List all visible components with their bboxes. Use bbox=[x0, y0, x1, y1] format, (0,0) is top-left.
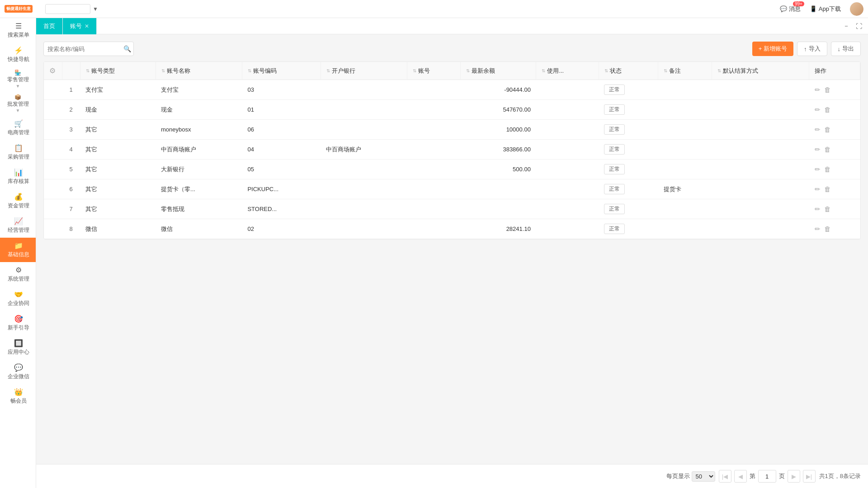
ecommerce-mgmt-icon: 🛒 bbox=[14, 119, 23, 128]
tab-maximize-button[interactable]: ⛶ bbox=[854, 21, 864, 32]
th-default-settlement[interactable]: ⇅ 默认结算方式 bbox=[712, 62, 809, 80]
settings-gear-icon[interactable]: ⚙ bbox=[49, 67, 56, 75]
page-suffix: 页 bbox=[779, 472, 785, 480]
export-button[interactable]: ↓ 导出 bbox=[831, 42, 861, 56]
cell-settings-3 bbox=[44, 140, 62, 160]
delete-icon-4[interactable]: 🗑 bbox=[824, 165, 831, 174]
sidebar-item-label-purchase-mgmt: 采购管理 bbox=[8, 153, 29, 161]
sidebar-item-retail-mgmt[interactable]: 🏪 零售管理 ▼ bbox=[0, 67, 36, 91]
edit-icon-7[interactable]: ✏ bbox=[815, 225, 821, 233]
tab-home[interactable]: 首页 bbox=[36, 18, 63, 34]
cell-account-code-2: 06 bbox=[242, 120, 321, 140]
cell-account-number-1 bbox=[407, 100, 461, 120]
cell-status-3: 正常 bbox=[599, 140, 658, 160]
add-account-button[interactable]: + 新增账号 bbox=[752, 42, 793, 56]
sidebar-item-search-order[interactable]: ☰ 搜索菜单 bbox=[0, 18, 36, 42]
top-search-dropdown[interactable]: ▼ bbox=[93, 6, 98, 12]
th-account-type[interactable]: ⇅ 账号类型 bbox=[80, 62, 156, 80]
sidebar-item-label-new-guide: 新手引导 bbox=[8, 324, 29, 332]
sidebar-item-new-guide[interactable]: 🎯 新手引导 bbox=[0, 311, 36, 335]
table-row: 1 支付宝 支付宝 03 -90444.00 正常 ✏ 🗑 bbox=[44, 80, 860, 100]
basic-info-icon: 📁 bbox=[14, 241, 23, 250]
delete-icon-2[interactable]: 🗑 bbox=[824, 126, 831, 134]
tab-minimize-button[interactable]: － bbox=[841, 21, 852, 32]
cell-account-number-6 bbox=[407, 199, 461, 219]
sidebar-item-quick-nav[interactable]: ⚡ 快捷导航 bbox=[0, 42, 36, 67]
tab-accounts-close[interactable]: ✕ bbox=[85, 23, 89, 29]
edit-icon-0[interactable]: ✏ bbox=[815, 86, 821, 94]
top-search-input[interactable] bbox=[45, 4, 90, 14]
cell-remark-5: 提货卡 bbox=[658, 179, 712, 199]
sidebar-item-label-fund-mgmt: 资金管理 bbox=[8, 202, 29, 210]
edit-icon-2[interactable]: ✏ bbox=[815, 126, 821, 134]
cell-account-number-7 bbox=[407, 219, 461, 239]
sidebar-item-enterprise-agreement[interactable]: 🤝 企业协同 bbox=[0, 286, 36, 311]
sidebar-item-enterprise-wechat[interactable]: 💬 企业微信 bbox=[0, 360, 36, 384]
edit-icon-1[interactable]: ✏ bbox=[815, 106, 821, 114]
cell-settings-1 bbox=[44, 100, 62, 120]
tab-accounts[interactable]: 账号 ✕ bbox=[63, 18, 97, 34]
sidebar-item-wholesale-mgmt[interactable]: 📦 批发管理 ▼ bbox=[0, 91, 36, 116]
sidebar-item-label-wholesale-mgmt: 批发管理 bbox=[7, 100, 29, 108]
sidebar-item-operations-mgmt[interactable]: 📈 经营管理 bbox=[0, 213, 36, 238]
enterprise-agreement-icon: 🤝 bbox=[14, 290, 23, 299]
next-page-button[interactable]: ▶ bbox=[788, 470, 800, 483]
edit-icon-6[interactable]: ✏ bbox=[815, 205, 821, 213]
app-download-icon: 📱 bbox=[810, 5, 817, 12]
delete-icon-3[interactable]: 🗑 bbox=[824, 145, 831, 154]
tab-bar-actions: － ⛶ bbox=[841, 21, 868, 32]
cell-bank-1 bbox=[321, 100, 407, 120]
sidebar-item-fund-mgmt[interactable]: 💰 资金管理 bbox=[0, 189, 36, 213]
delete-icon-6[interactable]: 🗑 bbox=[824, 205, 831, 213]
sidebar-item-vip-member[interactable]: 👑 畅会员 bbox=[0, 384, 36, 408]
sort-icon-status: ⇅ bbox=[604, 69, 608, 73]
sidebar-item-system-mgmt[interactable]: ⚙ 系统管理 bbox=[0, 262, 36, 286]
th-settings[interactable]: ⚙ bbox=[44, 62, 62, 80]
page-number-input[interactable] bbox=[758, 470, 776, 483]
cell-default-settlement-7 bbox=[712, 219, 809, 239]
cell-usage-0 bbox=[536, 80, 599, 100]
sidebar-item-app-center[interactable]: 🔲 应用中心 bbox=[0, 335, 36, 360]
cell-account-name-1: 现金 bbox=[156, 100, 242, 120]
per-page-dropdown[interactable]: 10 20 50 100 bbox=[692, 471, 715, 482]
edit-icon-5[interactable]: ✏ bbox=[815, 185, 821, 193]
sidebar-item-ecommerce-mgmt[interactable]: 🛒 电商管理 bbox=[0, 116, 36, 140]
th-usage[interactable]: ⇅ 使用... bbox=[536, 62, 599, 80]
th-latest-balance[interactable]: ⇅ 最新余额 bbox=[461, 62, 536, 80]
th-remark[interactable]: ⇅ 备注 bbox=[658, 62, 712, 80]
user-avatar[interactable] bbox=[850, 2, 863, 16]
sidebar-item-inventory-check[interactable]: 📊 库存核算 bbox=[0, 164, 36, 189]
sidebar-item-purchase-mgmt[interactable]: 📋 采购管理 bbox=[0, 140, 36, 164]
last-page-button[interactable]: ▶| bbox=[803, 470, 816, 483]
cell-usage-1 bbox=[536, 100, 599, 120]
cell-settings-7 bbox=[44, 219, 62, 239]
search-input[interactable] bbox=[47, 46, 123, 52]
import-button[interactable]: ↑ 导入 bbox=[797, 42, 827, 56]
messages-button[interactable]: 💬 消息 99+ bbox=[780, 5, 801, 13]
prev-page-button[interactable]: ◀ bbox=[734, 470, 747, 483]
edit-icon-4[interactable]: ✏ bbox=[815, 165, 821, 174]
cell-actions-1: ✏ 🗑 bbox=[809, 100, 860, 120]
delete-icon-7[interactable]: 🗑 bbox=[824, 225, 831, 233]
th-account-number[interactable]: ⇅ 账号 bbox=[407, 62, 461, 80]
sidebar-item-basic-info[interactable]: 📁 基础信息 bbox=[0, 238, 36, 262]
delete-icon-5[interactable]: 🗑 bbox=[824, 185, 831, 193]
cell-account-name-6: 零售抵现 bbox=[156, 199, 242, 219]
th-bank[interactable]: ⇅ 开户银行 bbox=[321, 62, 407, 80]
wholesale-mgmt-arrow-icon: ▼ bbox=[16, 108, 20, 113]
app-download-button[interactable]: 📱 App下载 bbox=[810, 5, 841, 13]
delete-icon-1[interactable]: 🗑 bbox=[824, 106, 831, 114]
th-status[interactable]: ⇅ 状态 bbox=[599, 62, 658, 80]
th-usage-label: 使用... bbox=[547, 67, 564, 75]
delete-icon-0[interactable]: 🗑 bbox=[824, 86, 831, 94]
th-account-code[interactable]: ⇅ 账号编码 bbox=[242, 62, 321, 80]
wholesale-mgmt-icon: 📦 bbox=[14, 94, 21, 100]
first-page-button[interactable]: |◀ bbox=[719, 470, 731, 483]
system-mgmt-icon: ⚙ bbox=[15, 266, 22, 274]
cell-account-number-4 bbox=[407, 160, 461, 179]
cell-index-0: 1 bbox=[62, 80, 80, 100]
status-badge-0: 正常 bbox=[604, 84, 625, 95]
edit-icon-3[interactable]: ✏ bbox=[815, 145, 821, 154]
page-size-select: 每页显示 10 20 50 100 bbox=[666, 471, 715, 482]
th-account-name[interactable]: ⇅ 账号名称 bbox=[156, 62, 242, 80]
